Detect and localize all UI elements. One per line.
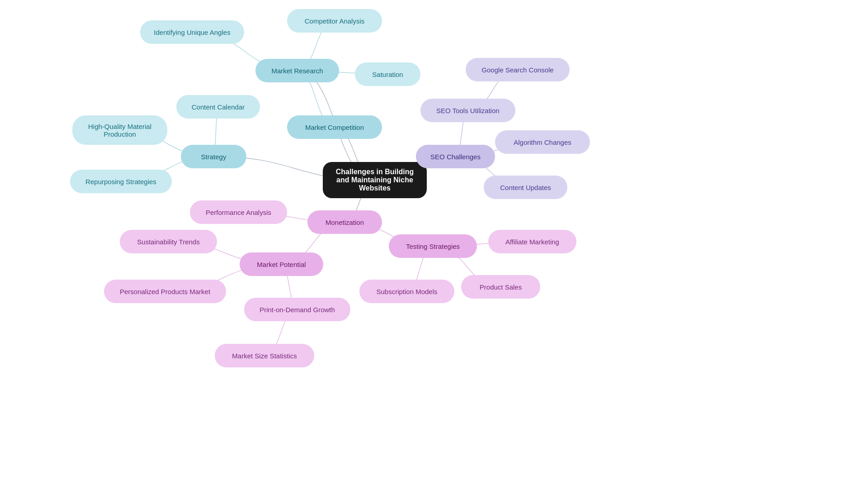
node-printOnDemandGrowth[interactable]: Print-on-Demand Growth	[244, 298, 350, 321]
node-marketResearch[interactable]: Market Research	[255, 59, 339, 82]
node-personalizedProductsMarket[interactable]: Personalized Products Market	[104, 280, 226, 303]
node-seoChallenges[interactable]: SEO Challenges	[416, 145, 495, 168]
node-marketCompetition[interactable]: Market Competition	[287, 115, 382, 139]
node-competitorAnalysis[interactable]: Competitor Analysis	[287, 9, 382, 33]
node-repurposingStrategies[interactable]: Repurposing Strategies	[70, 170, 172, 193]
node-marketPotential[interactable]: Market Potential	[240, 252, 323, 276]
node-contentCalendar[interactable]: Content Calendar	[176, 95, 260, 119]
node-subscriptionModels[interactable]: Subscription Models	[359, 280, 454, 303]
node-saturation[interactable]: Saturation	[355, 62, 420, 86]
node-algorithmChanges[interactable]: Algorithm Changes	[495, 130, 590, 154]
node-highQualityMaterial[interactable]: High-Quality Material Production	[72, 115, 167, 145]
mindmap-container: Challenges in Building and Maintaining N…	[0, 0, 868, 490]
node-marketSizeStatistics[interactable]: Market Size Statistics	[215, 344, 314, 367]
node-sustainabilityTrends[interactable]: Sustainability Trends	[120, 230, 217, 253]
node-strategy[interactable]: Strategy	[181, 145, 246, 168]
node-contentUpdates[interactable]: Content Updates	[484, 176, 567, 199]
node-performanceAnalysis[interactable]: Performance Analysis	[190, 200, 287, 224]
node-productSales[interactable]: Product Sales	[461, 275, 540, 299]
node-monetization[interactable]: Monetization	[307, 210, 382, 234]
node-testingStrategies[interactable]: Testing Strategies	[389, 234, 477, 258]
node-seoToolsUtilization[interactable]: SEO Tools Utilization	[420, 99, 515, 122]
node-identifyingUniqueAngles[interactable]: Identifying Unique Angles	[140, 20, 244, 44]
node-googleSearchConsole[interactable]: Google Search Console	[466, 58, 570, 81]
node-affiliateMarketing[interactable]: Affiliate Marketing	[488, 230, 576, 253]
node-center[interactable]: Challenges in Building and Maintaining N…	[323, 162, 427, 198]
